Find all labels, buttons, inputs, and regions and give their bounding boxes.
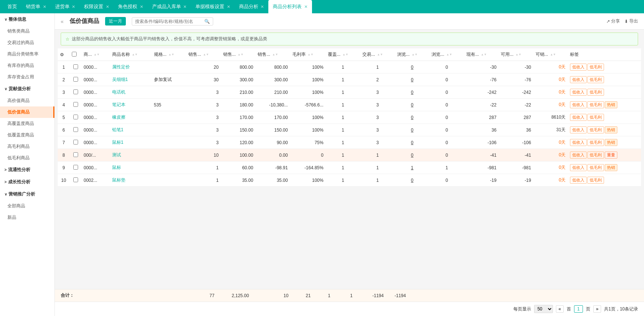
sidebar-item-high-margin[interactable]: 高毛利商品 (0, 141, 54, 152)
row-name[interactable]: 测试 (110, 149, 152, 162)
row-check[interactable] (70, 124, 81, 136)
nav-products-close[interactable]: ✕ (183, 4, 187, 9)
sidebar-item-new-products[interactable]: 新品 (0, 212, 54, 223)
row-check[interactable] (70, 162, 81, 174)
th-trade[interactable]: 交易... ▲▼ (360, 48, 395, 61)
nav-analysis[interactable]: 商品分析 ✕ (235, 0, 269, 13)
row-checkbox[interactable] (73, 89, 78, 94)
row-check[interactable] (70, 174, 81, 187)
nav-analysis-list-close[interactable]: ✕ (304, 4, 308, 9)
sidebar-item-low-margin[interactable]: 低毛利商品 (0, 152, 54, 164)
row-check[interactable] (70, 99, 81, 111)
th-margin[interactable]: 毛利率 ▲▼ (290, 48, 326, 61)
nav-permission-close[interactable]: ✕ (106, 4, 109, 9)
nav-purchase[interactable]: 进货单 ✕ (51, 0, 80, 13)
view1-link[interactable]: 0 (411, 115, 413, 120)
row-name[interactable]: 鼠标 (110, 162, 152, 174)
row-view1[interactable]: 0 (395, 111, 429, 124)
row-checkbox[interactable] (73, 64, 78, 69)
th-check[interactable] (70, 48, 81, 61)
search-input[interactable] (135, 19, 203, 24)
sidebar-group-overall[interactable]: ∨ 整体信息 (0, 13, 54, 26)
th-current[interactable]: 现有... ▲▼ (464, 48, 499, 61)
nav-sales-close[interactable]: ✕ (43, 4, 46, 9)
row-name[interactable]: 吴细细1 (110, 74, 152, 86)
export-button[interactable]: ⬇ 导出 (624, 18, 638, 24)
table-container[interactable]: ⚙ 商... ▲▼ 商品名称 ▲▼ 规格... ▲▼ 销售... ▲▼ 销售..… (58, 48, 641, 289)
share-button[interactable]: ↗ 分享 (606, 18, 620, 24)
th-coverage[interactable]: 覆盖... ▲▼ (326, 48, 360, 61)
nav-analysis-list[interactable]: 商品分析列表 ✕ (268, 0, 312, 13)
view1-link[interactable]: 1 (411, 165, 413, 170)
row-checkbox[interactable] (73, 115, 78, 119)
view1-link[interactable]: 0 (411, 153, 413, 158)
nav-analysis-close[interactable]: ✕ (261, 4, 264, 9)
next-page-btn[interactable]: » (593, 305, 601, 313)
per-page-select[interactable]: 50 100 (534, 305, 553, 313)
view1-link[interactable]: 0 (411, 178, 413, 183)
row-check[interactable] (70, 111, 81, 124)
nav-template-close[interactable]: ✕ (227, 4, 230, 9)
sidebar-item-high-coverage[interactable]: 高覆盖度商品 (0, 118, 54, 129)
row-view1[interactable]: 0 (395, 99, 429, 111)
th-gear[interactable]: ⚙ (58, 48, 70, 61)
sidebar-item-stock-products[interactable]: 有库存的商品 (0, 60, 54, 71)
th-spec[interactable]: 规格... ▲▼ (152, 48, 186, 61)
first-page-btn[interactable]: « (556, 305, 564, 313)
row-view1[interactable]: 0 (395, 136, 429, 149)
view1-link[interactable]: 0 (411, 102, 413, 108)
row-checkbox[interactable] (73, 177, 78, 182)
row-view1[interactable]: 0 (395, 61, 429, 74)
row-name[interactable]: 鼠标垫 (110, 174, 152, 187)
sidebar-item-category-rate[interactable]: 商品分类销售率 (0, 48, 54, 60)
row-view1[interactable]: 0 (395, 124, 429, 136)
sidebar-item-all-products[interactable]: 全部商品 (0, 200, 54, 212)
row-check[interactable] (70, 136, 81, 149)
th-sellable[interactable]: 可销... ▲▼ (533, 48, 568, 61)
row-checkbox[interactable] (73, 77, 78, 82)
row-checkbox[interactable] (73, 127, 78, 132)
row-name[interactable]: 鼠标1 (110, 136, 152, 149)
search-icon[interactable]: 🔍 (204, 19, 210, 24)
nav-template[interactable]: 单据模板设置 ✕ (191, 0, 235, 13)
row-check[interactable] (70, 61, 81, 74)
view1-link[interactable]: 0 (411, 90, 413, 95)
th-code[interactable]: 商... ▲▼ (81, 48, 110, 61)
th-amount[interactable]: 销售... ▲▼ (221, 48, 255, 61)
sidebar-group-growth[interactable]: > 成长性分析 (0, 176, 54, 188)
view1-link[interactable]: 0 (411, 65, 413, 70)
th-view1[interactable]: 浏览... ▲▼ (395, 48, 429, 61)
period-button[interactable]: 近一月 (105, 17, 126, 26)
view1-link[interactable]: 0 (411, 128, 413, 133)
row-check[interactable] (70, 149, 81, 162)
th-name[interactable]: 商品名称 ▲▼ (110, 48, 152, 61)
row-view1[interactable]: 0 (395, 174, 429, 187)
row-view1[interactable]: 0 (395, 149, 429, 162)
row-view1[interactable]: 0 (395, 86, 429, 99)
sidebar-item-sales-products[interactable]: 销售类商品 (0, 26, 54, 37)
sidebar-group-contribution[interactable]: ∨ 贡献值分析 (0, 83, 54, 95)
row-checkbox[interactable] (73, 102, 78, 107)
sidebar-collapse-btn[interactable]: « (61, 18, 64, 24)
nav-home[interactable]: 首页 (3, 0, 21, 13)
view1-link[interactable]: 0 (411, 140, 413, 145)
row-view1[interactable]: 0 (395, 74, 429, 86)
sidebar-item-traded-products[interactable]: 交易过的商品 (0, 37, 54, 48)
row-name[interactable]: 橡皮擦 (110, 111, 152, 124)
row-check[interactable] (70, 86, 81, 99)
sidebar-group-marketing[interactable]: ∨ 营销推广分析 (0, 188, 54, 200)
sidebar-item-low-coverage[interactable]: 低覆盖度商品 (0, 129, 54, 141)
sidebar-item-stock-funds[interactable]: 库存资金占用 (0, 71, 54, 83)
row-name[interactable]: 属性定价 (110, 61, 152, 74)
th-view2[interactable]: 浏览... ▲▼ (429, 48, 464, 61)
sidebar-item-high-value[interactable]: 高价值商品 (0, 95, 54, 106)
nav-products[interactable]: 产成品入库单 ✕ (148, 0, 191, 13)
view1-link[interactable]: 0 (411, 77, 413, 82)
sidebar-group-liquidity[interactable]: > 流通性分析 (0, 164, 54, 176)
nav-sales[interactable]: 销货单 ✕ (21, 0, 51, 13)
nav-role[interactable]: 角色授权 ✕ (114, 0, 148, 13)
sidebar-item-low-value[interactable]: 低价值商品 (0, 106, 54, 118)
row-view1[interactable]: 1 (395, 162, 429, 174)
row-check[interactable] (70, 74, 81, 86)
select-all-checkbox[interactable] (72, 52, 77, 57)
